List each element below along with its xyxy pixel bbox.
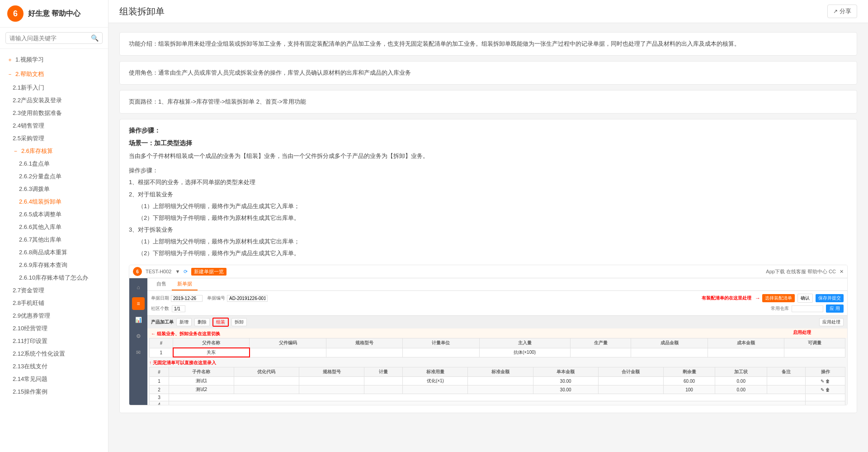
page-header: 组装拆卸单 ↗ 分享: [108, 0, 868, 23]
ss-lcell-2-7: [468, 385, 533, 394]
sidebar-item-2-5[interactable]: 2.5采购管理: [13, 132, 108, 145]
ss-lcell-1-13: ✎ 🗑: [806, 377, 845, 385]
ops-label: 操作步骤：: [129, 166, 848, 176]
ss-save-btn: 保存并提交: [816, 294, 844, 302]
ss-lower-row-4: 4: [150, 401, 845, 405]
logo-text: 好生意 帮助中心: [28, 9, 80, 19]
ss-lth-5: 计量: [364, 367, 403, 377]
ss-tab-1: 自售: [151, 278, 172, 290]
ss-nav-home: ⌂: [132, 281, 145, 294]
screenshot-container: 6 TEST-H002 ▼ ⟳ 新建单据一览 App下载 在线客服 帮助中心 C…: [129, 265, 848, 405]
sidebar-item-2-7[interactable]: 2.7资金管理: [13, 284, 108, 297]
sidebar-item-2-13[interactable]: 2.13在线支付: [13, 360, 108, 373]
sidebar-item-2-6-7[interactable]: 2.6.7其他出库单: [19, 233, 108, 246]
ops-steps: 操作步骤： 1、根据不同的业务，选择不同单据的类型来处理 2、对于组装业务 （1…: [129, 166, 848, 258]
sidebar-item-2-8[interactable]: 2.8手机旺铺: [13, 297, 108, 309]
sidebar-item-2-6-5[interactable]: 2.6.5成本调整单: [19, 208, 108, 221]
sidebar-item-2-14[interactable]: 2.14常见问题: [13, 373, 108, 385]
nav-tree: ＋ 1.视频学习 － 2.帮助文档 2.1新手入门 2.2产品安装及登录 2.3…: [0, 49, 108, 452]
ss-company: TEST-H002: [146, 269, 171, 274]
ss-close-icon: ✕: [840, 269, 844, 275]
main-area: 组装拆卸单 ↗ 分享 功能介绍：组装拆卸单用来处理企业组装或拆卸等加工业务，支持…: [108, 0, 868, 452]
intro-text: 功能介绍：组装拆卸单用来处理企业组装或拆卸等加工业务，支持有固定装配清单的产品加…: [129, 40, 740, 47]
sidebar-item-2-6-3[interactable]: 2.6.3调拨单: [19, 183, 108, 195]
ss-lcell-2-10: 100: [663, 385, 715, 394]
ss-content: 自售 新单据 单据日期 单据编号: [147, 278, 847, 405]
ss-form-row2: 社区个数 常用仓库 应 用: [151, 305, 844, 313]
sidebar-item-2-6[interactable]: － 2.6库存核算 2.6.1盘点单 2.6.2分量盘点单 2.6.3调拨单 2…: [13, 145, 108, 284]
ss-warehouse-label: 常用仓库: [771, 305, 789, 312]
sidebar-item-2-6-8[interactable]: 2.6.8商品成本重算: [19, 246, 108, 259]
ss-upper-table-wrap: # 父件名称 父件编码 规格型号 计量单位 主入量 生产量 成品金额: [147, 338, 847, 367]
sidebar-item-2-2[interactable]: 2.2产品安装及登录: [13, 94, 108, 107]
ss-lcell-2-11: 0.00: [715, 385, 767, 394]
sidebar-item-2-6-2[interactable]: 2.6.2分量盘点单: [19, 170, 108, 183]
ss-lcell-3-rest: [169, 394, 806, 401]
sidebar-item-2[interactable]: － 2.帮助文档 2.1新手入门 2.2产品安装及登录 2.3使用前数据准备 2…: [0, 67, 108, 398]
ss-type-disassembly: 拆卸: [231, 318, 247, 326]
ss-lcell-2-13: ✎ 🗑: [806, 385, 845, 394]
step2-2: （2）下部明细为子件明细，最终作为原材料生成其它出库单。: [138, 213, 848, 223]
ss-lth-7: 标准金额: [468, 367, 533, 377]
role-section: 使用角色：通常由生产人员或库管人员完成拆装业务的操作，库管人员确认原材料的出库和…: [119, 61, 857, 85]
sidebar-item-2-6-10[interactable]: 2.6.10库存账本错了怎么办: [19, 271, 108, 284]
sidebar-item-2-4[interactable]: 2.4销售管理: [13, 119, 108, 132]
ss-th-7: 生产量: [570, 338, 631, 348]
ss-cell-1-2: 关东: [173, 348, 250, 357]
sidebar-item-2-9[interactable]: 2.9优惠券管理: [13, 309, 108, 322]
expand-icon-2: －: [7, 71, 13, 78]
ss-annotation-bom: 有装配清单的在这里处理: [702, 295, 751, 301]
sidebar-item-2-12[interactable]: 2.12系统个性化设置: [13, 347, 108, 360]
step2-1: （1）上部明细为父件明细，最终作为产成品生成其它入库单；: [138, 201, 848, 211]
ss-lcell-4-rest: [169, 401, 806, 405]
ss-th-2: 父件名称: [173, 338, 250, 348]
ss-form-fields: 单据日期 单据编号 有装配清单的在这里处理 → 选择装配清单 确认: [151, 294, 844, 303]
sidebar-item-2-15[interactable]: 2.15操作案例: [13, 385, 108, 398]
sidebar-item-2-6-1[interactable]: 2.6.1盘点单: [19, 157, 108, 170]
ss-cell-1-7: [570, 348, 631, 357]
search-input[interactable]: [9, 35, 91, 42]
sidebar-item-2-6-4[interactable]: 2.6.4组装拆卸单: [19, 195, 108, 208]
sidebar-item-2-3[interactable]: 2.3使用前数据准备: [13, 107, 108, 119]
ss-cell-1-3: [250, 348, 326, 357]
ss-lcell-4-1: 4: [150, 401, 169, 405]
ss-cell-1-10: [784, 348, 845, 357]
ss-new-btn: 新建单据一览: [191, 268, 226, 276]
role-text: 使用角色：通常由生产人员或库管人员完成拆装业务的操作，库管人员确认原材料的出库和…: [129, 69, 411, 76]
ss-lth-6: 标准用量: [403, 367, 468, 377]
sidebar-item-1[interactable]: ＋ 1.视频学习: [0, 52, 108, 67]
step3: 3、对于拆装业务: [129, 225, 848, 235]
ss-lcell-1-9: [598, 377, 663, 385]
sidebar-item-2-1[interactable]: 2.1新手入门: [13, 81, 108, 94]
ss-date-label: 单据日期: [151, 295, 169, 301]
ss-lcell-1-10: 60.00: [663, 377, 715, 385]
ss-th-1: #: [150, 338, 173, 348]
share-button[interactable]: ↗ 分享: [827, 5, 857, 18]
ss-upper-row-1: 1 关东 抗体(×100): [150, 348, 845, 357]
ss-lcell-2-12: [767, 385, 806, 394]
ss-lth-10: 剩余量: [663, 367, 715, 377]
search-icon[interactable]: 🔍: [91, 34, 99, 42]
scenario1-desc: 当由多个子件材料组装成一个成品的业务为【组装】业务，当由一个父件拆分成多个子产品…: [129, 151, 848, 161]
nav-label-1: 1.视频学习: [15, 56, 44, 64]
nav-sub-2-6: 2.6.1盘点单 2.6.2分量盘点单 2.6.3调拨单 2.6.4组装拆卸单 …: [13, 157, 108, 284]
ss-lcell-1-5: [364, 377, 403, 385]
nav-label-2-6: 2.6库存核算: [21, 147, 53, 155]
share-icon: ↗: [833, 8, 838, 14]
step1: 1、根据不同的业务，选择不同单据的类型来处理: [129, 177, 848, 187]
ss-cell-1-9: [708, 348, 784, 357]
search-box: 🔍: [5, 32, 103, 44]
logo-area: 6 好生意 帮助中心: [0, 0, 108, 28]
ss-lower-row-2: 2 测试2 30.00: [150, 385, 845, 394]
sidebar: 6 好生意 帮助中心 🔍 ＋ 1.视频学习 － 2.帮助文档 2.1新手入门 2…: [0, 0, 108, 452]
sidebar-item-2-6-6[interactable]: 2.6.6其他入库单: [19, 221, 108, 233]
sidebar-item-2-6-9[interactable]: 2.6.9库存账本查询: [19, 259, 108, 271]
ss-lower-table: # 子件名称 优化代码 规格型号 计量 标准用量 标准金额 单本金额: [149, 367, 845, 405]
sidebar-item-2-10[interactable]: 2.10经营管理: [13, 322, 108, 335]
ss-lower-row-1: 1 测试1 优化(×1) 30.00: [150, 377, 845, 385]
ss-lcell-1-1: 1: [150, 377, 169, 385]
sidebar-item-2-11[interactable]: 2.11打印设置: [13, 335, 108, 347]
path-section: 页面路径：1、库存核算->库存管理->组装拆卸单 2、首页->常用功能: [119, 90, 857, 114]
ss-warehouse-input: [792, 305, 823, 312]
ss-lth-3: 优化代码: [234, 367, 299, 377]
